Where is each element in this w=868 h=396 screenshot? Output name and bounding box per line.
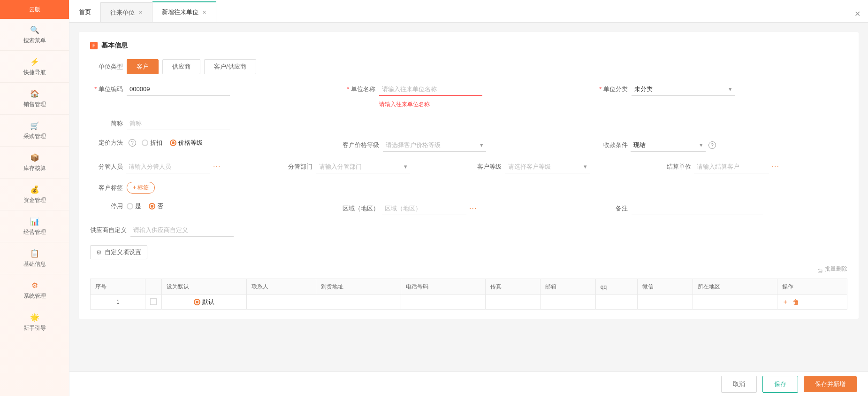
settlement-unit-input[interactable]	[694, 160, 769, 173]
sidebar-item-finance[interactable]: 💰 资金管理	[0, 179, 69, 210]
col-phone: 电话号码	[401, 279, 485, 295]
customer-price-level-select[interactable]: 请选择客户价格等级 ▾	[383, 139, 486, 152]
unit-code-group: 单位编码	[90, 83, 343, 96]
customer-tag-group: 客户标签 + 标签	[90, 182, 847, 194]
add-tag-button[interactable]: + 标签	[127, 182, 155, 194]
row-phone	[401, 295, 485, 310]
pricing-radio-group: 折扣 价格等级	[142, 139, 203, 147]
region-label: 区域（地区）	[343, 204, 379, 213]
col-fax: 传真	[485, 279, 540, 295]
sidebar-item-inventory[interactable]: 📦 库存核算	[0, 147, 69, 179]
row-checkbox[interactable]	[150, 298, 157, 305]
sidebar-item-basic[interactable]: 📋 基础信息	[0, 242, 69, 274]
sidebar-item-quicknav[interactable]: ⚡ 快捷导航	[0, 51, 69, 83]
batch-delete-btn[interactable]: 批量删除	[825, 265, 847, 273]
settlement-unit-group: 结算单位 ···	[658, 160, 848, 173]
payment-info-icon[interactable]: ?	[708, 141, 716, 149]
col-seq: 序号	[91, 279, 145, 295]
add-row-icon[interactable]: ＋	[782, 298, 789, 306]
region-more-btn[interactable]: ···	[469, 204, 477, 213]
no-radio-circle	[149, 203, 155, 210]
disabled-yes-radio[interactable]: 是	[127, 202, 141, 210]
row-default-radio[interactable]: 默认	[167, 298, 241, 306]
unit-code-input[interactable]	[127, 83, 230, 96]
default-label: 默认	[202, 298, 214, 306]
unit-name-error: 请输入往来单位名称	[379, 101, 430, 109]
sidebar-item-label: 搜索菜单	[23, 37, 46, 45]
pricing-info-icon[interactable]: ?	[129, 139, 136, 147]
delete-row-icon[interactable]: 🗑	[792, 298, 799, 306]
main-area: 首页 往来单位 ✕ 新增往来单位 ✕ ✕ F 基本信息 单位类型 客户	[69, 0, 868, 396]
tab-new-trading-unit[interactable]: 新增往来单位 ✕	[152, 1, 216, 22]
sidebar-item-sales[interactable]: 🏠 销售管理	[0, 83, 69, 115]
cancel-button[interactable]: 取消	[721, 376, 757, 393]
row-qq	[595, 295, 638, 310]
region-input[interactable]	[382, 202, 466, 215]
section-title: F 基本信息	[90, 41, 847, 50]
row-fax	[485, 295, 540, 310]
manager-more-btn[interactable]: ···	[213, 163, 221, 171]
sidebar-item-purchase[interactable]: 🛒 采购管理	[0, 115, 69, 147]
col-email: 邮箱	[541, 279, 595, 295]
system-icon: ⚙	[30, 280, 40, 290]
short-name-input[interactable]	[127, 117, 230, 130]
col-default: 设为默认	[162, 279, 246, 295]
row-email	[541, 295, 595, 310]
unit-type-supplier-btn[interactable]: 供应商	[162, 59, 200, 74]
tab-new-trading-unit-label: 新增往来单位	[162, 8, 198, 16]
yes-label: 是	[135, 202, 141, 210]
settlement-more-btn[interactable]: ···	[772, 163, 779, 171]
manager-input[interactable]	[126, 160, 210, 173]
row-action: ＋ 🗑	[777, 295, 847, 310]
unit-type-customer-btn[interactable]: 客户	[127, 59, 159, 74]
unit-type-both-btn[interactable]: 客户/供应商	[204, 59, 256, 74]
manager-group: 分管人员 ···	[90, 160, 280, 173]
tab-bar-close-icon[interactable]: ✕	[854, 9, 860, 18]
tab-trading-units-label: 往来单位	[110, 8, 135, 17]
disabled-group: 停用 是 否	[90, 202, 343, 210]
department-group: 分管部门 请输入分管部门 ▾	[280, 160, 469, 173]
unit-name-input[interactable]	[379, 83, 482, 96]
disabled-no-radio[interactable]: 否	[149, 202, 163, 210]
department-select[interactable]: 请输入分管部门 ▾	[316, 160, 410, 173]
pricing-discount-radio[interactable]: 折扣	[142, 139, 162, 147]
unit-name-label: 单位名称	[343, 85, 375, 93]
settlement-unit-label: 结算单位	[658, 163, 691, 171]
sidebar-item-search[interactable]: 🔍 搜索菜单	[0, 19, 69, 51]
chevron-down-icon: ▾	[584, 163, 587, 170]
supplier-custom-input[interactable]	[130, 224, 234, 237]
customer-level-select[interactable]: 请选择客户等级 ▾	[505, 160, 590, 173]
table-row: 1 默认	[91, 295, 847, 310]
department-label: 分管部门	[280, 163, 312, 171]
tab-home[interactable]: 首页	[69, 2, 101, 22]
sidebar-item-newguide[interactable]: 🌟 新手引导	[0, 306, 69, 338]
basic-icon: 📋	[30, 248, 40, 258]
unit-type-label: 单位类型	[90, 62, 123, 71]
purchase-icon: 🛒	[30, 120, 40, 131]
pricing-level-radio[interactable]: 价格等级	[170, 139, 203, 147]
remark-input[interactable]	[632, 202, 763, 215]
sidebar-item-operation[interactable]: 📊 经营管理	[0, 210, 69, 242]
close-new-trading-unit-icon[interactable]: ✕	[202, 10, 206, 15]
row-address	[316, 295, 401, 310]
sidebar-logo: 云版	[0, 0, 69, 19]
save-and-new-button[interactable]: 保存并新增	[804, 376, 857, 392]
discount-radio-circle	[142, 140, 148, 146]
inventory-icon: 📦	[30, 152, 40, 163]
close-trading-units-icon[interactable]: ✕	[138, 10, 143, 15]
manager-row: 分管人员 ··· 分管部门 请输入分管部门 ▾ 客户等级 请选择客户等级 ▾	[90, 160, 847, 173]
sidebar-item-system[interactable]: ⚙ 系统管理	[0, 274, 69, 306]
default-radio-circle	[194, 299, 200, 305]
customer-level-group: 客户等级 请选择客户等级 ▾	[469, 160, 658, 173]
save-button[interactable]: 保存	[762, 376, 798, 393]
unit-category-select[interactable]: 未分类 ▾	[632, 83, 735, 96]
payment-terms-select[interactable]: 现结 ▾	[631, 139, 706, 152]
no-label: 否	[157, 202, 163, 210]
tab-bar: 首页 往来单位 ✕ 新增往来单位 ✕ ✕	[69, 0, 868, 23]
customer-price-level-group: 客户价格等级 请选择客户价格等级 ▾	[343, 139, 595, 152]
row-area	[693, 295, 777, 310]
custom-settings-button[interactable]: ⚙ 自定义项设置	[90, 245, 147, 259]
unit-category-label: 单位分类	[595, 85, 628, 93]
sidebar-item-label: 销售管理	[23, 101, 46, 109]
tab-trading-units[interactable]: 往来单位 ✕	[101, 2, 152, 22]
